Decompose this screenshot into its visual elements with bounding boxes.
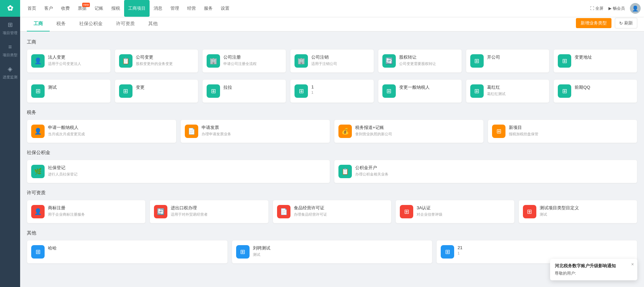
card-icon-open-company: ⊞ [470,54,484,68]
tab-qita[interactable]: 其他 [142,17,164,31]
card-test[interactable]: ⊞ 测试 [27,79,111,103]
card-desc-3a-cert: 对企业信誉评级 [417,212,510,217]
project-manage-icon: ⊞ [5,20,15,29]
card-info-company-register: 公司注册 申请公司注册全流程 [223,54,282,66]
card-info-apply-invoice: 申请发票 办理申请发票业务 [202,125,326,137]
card-apply-invoice[interactable]: 📄 申请发票 办理申请发票业务 [180,120,330,143]
card-desc-one: 1 [311,90,370,94]
card-icon-tax-report: 💰 [338,125,352,138]
card-icon-twenty-one: ⊞ [441,245,454,259]
card-name-legal-change: 法人变更 [48,54,106,60]
tab-shuiwu[interactable]: 税务 [50,17,72,31]
nav-accounting[interactable]: 记账 [91,0,107,17]
card-info-liu-peng-test: 刘聘测试 测试 [253,245,428,257]
card-info-test: 测试 [48,84,106,91]
card-info-legal-change: 法人变更 适用于公司变更法人 [48,54,106,66]
card-haha[interactable]: ⊞ 哈哈 [27,240,228,264]
card-icon-lala: ⊞ [207,84,220,98]
card-name-apply-taxpayer: 申请一般纳税人 [48,125,172,131]
card-company-register[interactable]: 🏢 公司注册 申请公司注册全流程 [202,49,286,73]
card-name-liu-peng-test: 刘聘测试 [253,245,428,251]
card-name-haha: 哈哈 [48,245,223,251]
nav-operation[interactable]: 经营 [183,0,200,17]
nav-customer[interactable]: 客户 [40,0,57,17]
new-type-button[interactable]: 新增业务类型 [576,18,611,28]
card-new-project[interactable]: ⊞ 新项目 报税加税控盘保管 [488,120,637,143]
card-change-address[interactable]: ⊞ 变更地址 [553,49,637,73]
card-import-export[interactable]: 🔄 进出口权办理 适用于对外贸易经营者 [150,200,268,223]
card-apply-taxpayer[interactable]: 👤 申请一般纳税人 当月或次月成变更完成 [27,120,176,143]
card-info-equity-transfer: 股权转让 公司变更需要股权转让 [399,54,458,66]
nav-manage[interactable]: 管理 [166,0,183,17]
gongshang-row1: 👤 法人变更 适用于公司变更法人 📋 公司变更 股权变更外的业务变更 🏢 [27,49,637,73]
main-wrap: 首页 客户 收费 票据 new 记账 报税 工商项目 消息 管理 经营 服务 设… [20,0,644,287]
card-name-equity-transfer: 股权转让 [399,54,458,60]
sidebar-item-project-type[interactable]: ≡ 项目类型 [0,39,20,61]
card-info-change-address: 变更地址 [575,54,633,61]
avatar[interactable]: 👤 [630,3,641,14]
card-one[interactable]: ⊞ 1 1 [290,79,374,103]
card-change[interactable]: ⊞ 变更 [115,79,199,103]
card-desc-company-change: 股权变更外的业务变更 [136,61,194,66]
tabs-bar: 工商 税务 社保公积金 许可资质 其他 新增业务类型 ↻ 刷新 [20,17,644,31]
sidebar-item-project-manage[interactable]: ⊞ 项目管理 [0,17,20,39]
nav-industry[interactable]: 工商项目 [124,0,150,17]
card-icon-test: ⊞ [31,84,45,98]
fullscreen-icon: ⛶ [590,6,594,11]
card-icon-new-project: ⊞ [492,125,505,138]
section-title-shuiwu: 税务 [27,110,637,116]
sidebar-item-progress-monitor[interactable]: ◈ 进度监测 [0,61,20,83]
badge-new: new [82,3,90,7]
nav-home[interactable]: 首页 [23,0,40,17]
card-test-project-type[interactable]: ⊞ 测试项目类型目定义 测试 [519,200,637,223]
card-change-taxpayer[interactable]: ⊞ 变更一般纳税人 [378,79,462,103]
tab-shebao[interactable]: 社保公积金 [72,17,109,31]
card-liu-peng-test[interactable]: ⊞ 刘聘测试 测试 [232,240,433,264]
card-info-company-change: 公司变更 股权变更外的业务变更 [136,54,194,66]
card-trademark[interactable]: 👤 商标注册 用于企业商标注册服务 [27,200,146,223]
nav-service[interactable]: 服务 [200,0,217,17]
card-lala[interactable]: ⊞ 拉拉 [202,79,286,103]
card-legal-change[interactable]: 👤 法人变更 适用于公司变更法人 [27,49,111,73]
card-equity-transfer[interactable]: 🔄 股权转让 公司变更需要股权转让 [378,49,462,73]
card-icon-company-change: 📋 [119,54,132,68]
card-tax-report[interactable]: 💰 税务报道+记账 拿到营业执照的新公司 [334,120,484,143]
card-name-trademark: 商标注册 [48,205,141,211]
notification-title: 河北税务数字账户升级影响通知 [555,263,633,269]
nav-tax[interactable]: 报税 [107,0,124,17]
vip-btn[interactable]: ▶ 畅会员 [608,6,625,11]
card-fund-open[interactable]: 📋 公积金开户 办理公积金相关业务 [334,160,637,183]
card-early-qq[interactable]: ⊞ 前期QQ [553,79,637,103]
fullscreen-btn[interactable]: ⛶ 全屏 [590,6,603,11]
card-open-company[interactable]: ⊞ 开公司 [466,49,550,73]
card-info-lala: 拉拉 [223,84,282,91]
card-desc-company-cancel: 适用于注销公司 [311,61,370,66]
card-info-early-qq: 前期QQ [575,84,633,91]
card-food-license[interactable]: 📄 食品经营许可证 办理食品经营许可证 [273,200,391,223]
card-desc-fund-open: 办理公积金相关业务 [355,172,633,177]
card-info-food-license: 食品经营许可证 办理食品经营许可证 [294,205,387,217]
nav-billing[interactable]: 收费 [57,0,74,17]
tab-xuke[interactable]: 许可资质 [109,17,142,31]
card-company-change[interactable]: 📋 公司变更 股权变更外的业务变更 [115,49,199,73]
card-name-one: 1 [311,84,370,89]
card-icon-legal-change: 👤 [31,54,45,68]
vip-icon: ▶ [608,6,611,11]
nav-invoice[interactable]: 票据 new [74,0,91,17]
tab-gongshang[interactable]: 工商 [27,17,50,31]
card-3a-cert[interactable]: ⊞ 3A认证 对企业信誉评级 [395,200,514,223]
card-name-fund-open: 公积金开户 [355,165,633,171]
card-name-company-cancel: 公司注销 [311,54,370,60]
nav-message[interactable]: 消息 [150,0,166,17]
refresh-button[interactable]: ↻ 刷新 [615,18,637,28]
card-ge-hong-hong[interactable]: ⊞ 葛红红 葛红红测试 [466,79,550,103]
card-icon-change-address: ⊞ [558,54,571,68]
card-company-cancel[interactable]: 🏢 公司注销 适用于注销公司 [290,49,374,73]
project-type-icon: ≡ [5,42,15,52]
nav-settings[interactable]: 设置 [217,0,233,17]
avatar-icon: 👤 [632,5,639,12]
notification-close-button[interactable]: × [631,262,634,267]
card-info-change-taxpayer: 变更一般纳税人 [399,84,458,91]
card-desc-import-export: 适用于对外贸易经营者 [171,212,264,217]
card-social-register[interactable]: 🌿 社保登记 进行人员社保登记 [27,160,330,183]
